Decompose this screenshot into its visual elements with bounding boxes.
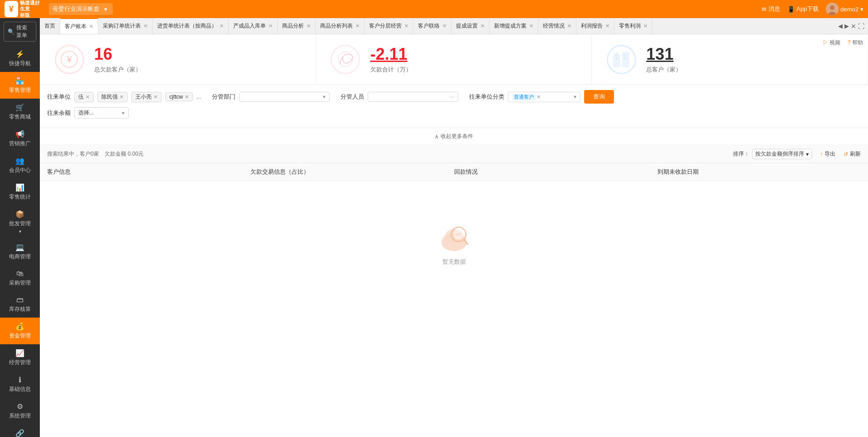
refresh-icon: ↺ [844,151,848,157]
export-button[interactable]: ↑ 导出 [820,150,835,158]
sidebar-item-retail-store[interactable]: 🛒 零售商城 [0,99,40,125]
filter-tag-chen-text: 陈民强 [101,93,118,101]
tab-retail-profit-label: 零售利润 [619,22,641,30]
tab-product-analysis-list-close[interactable]: ✕ [355,23,360,29]
tab-production-storage-close[interactable]: ✕ [269,23,273,29]
sidebar-search-area: 🔍 搜索菜单 [0,18,40,45]
tab-prev-button[interactable]: ◀ [838,23,843,29]
sidebar-item-retail-mgmt[interactable]: 🏪 零售管理 [0,72,40,99]
tab-retail-profit-close[interactable]: ✕ [643,23,647,29]
app-download-button[interactable]: 📱 App下载 [787,5,819,13]
tab-new-commission[interactable]: 新增提成方案 ✕ [489,18,538,34]
tab-close-all-button[interactable]: ✕ [851,23,856,30]
tab-expand-button[interactable]: ⛶ [858,23,864,30]
filter-tag-wang-remove[interactable]: ✕ [153,94,158,100]
tab-commission-settings-close[interactable]: ✕ [480,23,484,29]
sidebar-item-basic-info[interactable]: ℹ 基础信息 [0,371,40,398]
tab-customer-layered-close[interactable]: ✕ [404,23,408,29]
tab-customer-ledger[interactable]: 客户账本 ✕ [60,18,98,34]
svg-point-1 [830,5,834,10]
sidebar-item-enterprise[interactable]: 🔗 企业协同 [0,424,40,437]
sidebar-item-marketing[interactable]: 📢 营销推广 [0,125,40,152]
tab-incoming-stats-close[interactable]: ✕ [220,23,224,29]
stat-card-total-customers: 131 总客户（家） ▷ 视频 ? 帮助 [592,34,868,84]
person-filter-input[interactable]: ··· [368,92,458,102]
tab-product-analysis-close[interactable]: ✕ [307,23,311,29]
sidebar-item-purchase[interactable]: 🛍 采购管理 [0,265,40,291]
messages-button[interactable]: ✉ 消息 [762,5,780,13]
circle-icon-2 [331,45,360,74]
tab-purchase-order-stats[interactable]: 采购订单统计表 ✕ [98,18,153,34]
filter-tag-cjttcw-remove[interactable]: ✕ [185,94,189,100]
user-arrow-icon: ▾ [860,6,863,13]
tab-customer-contact-label: 客户联络 [418,22,440,30]
message-icon: ✉ [762,6,767,13]
sidebar: 🔍 搜索菜单 ⚡ 快捷导航 🏪 零售管理 🛒 零售商城 📢 营销推广 [0,18,40,437]
tab-new-commission-close[interactable]: ✕ [529,23,533,29]
member-center-label: 会员中心 [9,166,31,174]
tab-profit-report-close[interactable]: ✕ [605,23,609,29]
filter-tag-wang-text: 王小亮 [135,93,152,101]
tab-production-storage[interactable]: 产成品入库单 ✕ [229,18,278,34]
dept-filter-select[interactable]: ▾ [239,92,330,102]
sidebar-item-ecommerce[interactable]: 💻 电商管理 [0,238,40,265]
help-icon: ? [848,39,851,46]
tab-customer-contact[interactable]: 客户联络 ✕ [413,18,451,34]
category-filter-select[interactable]: 普通客户 ✕ ▾ [508,92,580,102]
sort-select[interactable]: 按欠款金额倒序排序 ▾ [752,149,812,159]
filter-tag-wang: 王小亮 ✕ [131,92,162,102]
sidebar-item-member-center[interactable]: 👥 会员中心 [0,152,40,179]
tab-incoming-stats[interactable]: 进货单统计表（按商品） ✕ [153,18,229,34]
sidebar-item-quick-nav[interactable]: ⚡ 快捷导航 [0,45,40,72]
stat-card-customers-owed: ¥ 16 总欠款客户（家） [40,34,316,84]
stat-card-2-label: 欠款合计（万） [370,66,412,74]
tab-profit-report[interactable]: 利润报告 ✕ [576,18,614,34]
tab-purchase-order-close[interactable]: ✕ [144,23,148,29]
filter-more-units[interactable]: ... [197,94,201,100]
tab-customer-contact-close[interactable]: ✕ [442,23,446,29]
result-amount: 欠款金额 0.00元 [105,150,144,158]
refresh-button[interactable]: ↺ 刷新 [844,150,861,158]
query-button[interactable]: 查询 [584,90,614,104]
tab-home[interactable]: 首页 [40,18,60,34]
basic-info-icon: ℹ [19,375,21,384]
category-tag-normal: 普通客户 [512,94,536,100]
tab-commission-settings[interactable]: 提成设置 ✕ [451,18,489,34]
filter-tag-wu-remove[interactable]: ✕ [86,94,90,100]
amount-filter-select[interactable]: 选择... ▾ [74,107,129,119]
logo-icon: ¥ [5,1,18,17]
video-action[interactable]: ▷ 视频 [823,39,840,47]
store-selector-label: 母婴行业演示帐套 [53,5,100,13]
store-selector[interactable]: 母婴行业演示帐套 ▾ [49,3,113,15]
collapse-button[interactable]: ∧ 收起更多条件 [431,131,477,142]
empty-text: 暂无数据 [442,258,466,266]
tab-retail-profit[interactable]: 零售利润 ✕ [614,18,652,34]
table-header: 客户信息 欠款交易信息（占比） 回款情况 到期未收款日期 [40,163,868,181]
category-tag-normal-remove[interactable]: ✕ [537,94,541,100]
sidebar-item-wholesale[interactable]: 📦 批发管理 ▾ [0,205,40,238]
help-action[interactable]: ? 帮助 [848,39,863,47]
tab-business-status-close[interactable]: ✕ [567,23,571,29]
tab-product-analysis-list[interactable]: 商品分析列表 ✕ [316,18,364,34]
tab-purchase-order-stats-label: 采购订单统计表 [103,22,141,30]
member-center-icon: 👥 [15,157,24,165]
sidebar-item-system[interactable]: ⚙ 系统管理 [0,398,40,424]
filter-tag-chen-remove[interactable]: ✕ [120,94,124,100]
inventory-icon: 🗃 [16,296,24,304]
stat-card-2-icon [330,43,361,75]
tab-next-button[interactable]: ▶ [844,23,849,29]
sidebar-item-inventory[interactable]: 🗃 库存核算 [0,291,40,318]
sidebar-search-button[interactable]: 🔍 搜索菜单 [4,22,36,42]
circle-icon-1: ¥ [55,45,84,74]
tab-product-analysis[interactable]: 商品分析 ✕ [278,18,316,34]
user-menu[interactable]: demo2 ▾ [826,3,863,15]
col-debt-info-label: 欠款交易信息（占比） [250,168,309,175]
sidebar-item-finance[interactable]: 💰 资金管理 [0,318,40,344]
sidebar-item-retail-stats[interactable]: 📊 零售统计 [0,179,40,205]
tab-customer-layered[interactable]: 客户分层经营 ✕ [364,18,413,34]
tab-business-status[interactable]: 经营情况 ✕ [538,18,576,34]
sidebar-item-operations[interactable]: 📈 经营管理 [0,344,40,371]
tab-product-analysis-label: 商品分析 [282,22,304,30]
tab-customer-ledger-close[interactable]: ✕ [89,24,93,29]
tab-bar: 首页 客户账本 ✕ 采购订单统计表 ✕ 进货单统计表（按商品） ✕ 产成品入库单… [40,18,868,34]
